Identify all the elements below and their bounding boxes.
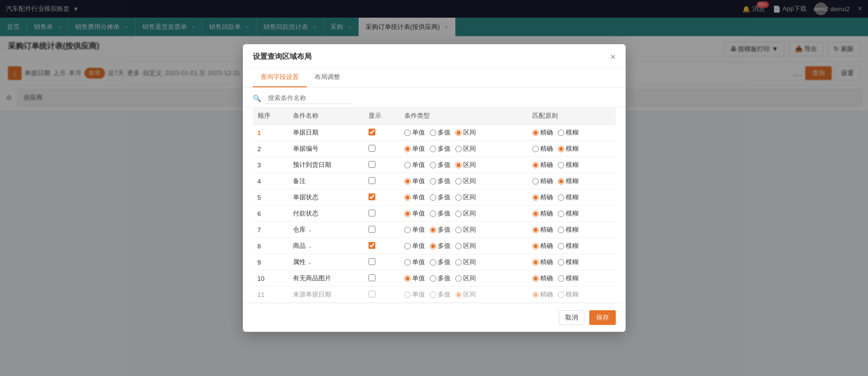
dialog-tabs: 查询字段设置 布局调整 <box>243 68 626 87</box>
col-header-type: 条件类型 <box>399 107 527 111</box>
dialog-tab-layout[interactable]: 布局调整 <box>307 68 348 87</box>
conditions-table: 顺序 条件名称 显示 条件类型 匹配原则 1单据日期单值多值区间精确模糊2单据编… <box>253 107 616 111</box>
dialog-table-wrap: 顺序 条件名称 显示 条件类型 匹配原则 1单据日期单值多值区间精确模糊2单据编… <box>243 107 626 111</box>
dialog-close-button[interactable]: × <box>610 53 616 61</box>
col-header-match: 匹配原则 <box>527 107 616 111</box>
search-icon: 🔍 <box>253 94 261 102</box>
dialog-header: 设置查询区域布局 × <box>243 44 626 68</box>
dialog-tab-fields[interactable]: 查询字段设置 <box>253 68 307 87</box>
modal-overlay: 设置查询区域布局 × 查询字段设置 布局调整 🔍 顺序 条件名称 <box>0 0 868 111</box>
col-header-name: 条件名称 <box>288 107 364 111</box>
settings-dialog: 设置查询区域布局 × 查询字段设置 布局调整 🔍 顺序 条件名称 <box>243 44 626 111</box>
col-header-show: 显示 <box>364 107 399 111</box>
dialog-title: 设置查询区域布局 <box>253 52 312 61</box>
table-header-row: 顺序 条件名称 显示 条件类型 匹配原则 <box>253 107 616 111</box>
search-input[interactable] <box>264 92 352 104</box>
dialog-search-area: 🔍 <box>243 87 626 107</box>
col-header-order: 顺序 <box>253 107 288 111</box>
